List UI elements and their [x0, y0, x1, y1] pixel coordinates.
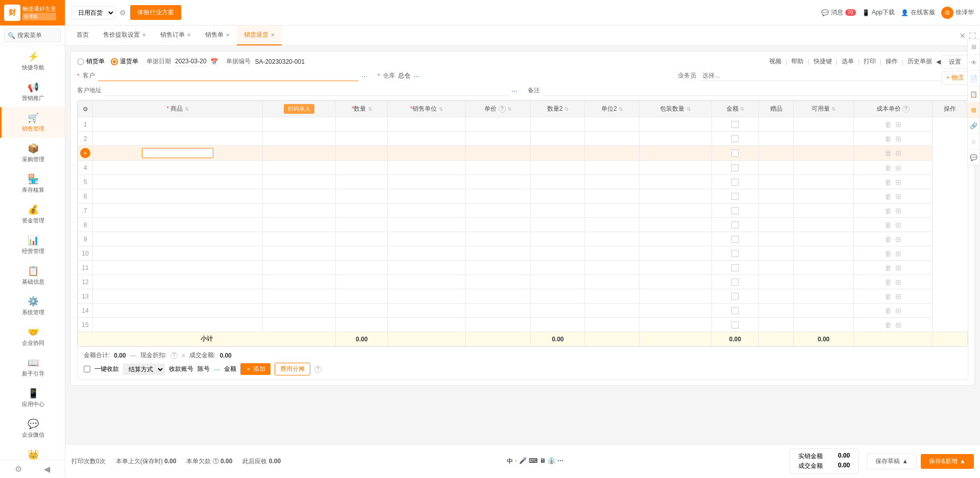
tab-sale-return[interactable]: 销货退货 ✕ — [237, 26, 282, 45]
product-cell-14[interactable] — [93, 304, 263, 318]
sidebar-item-purchase[interactable]: 📦 采购管理 — [0, 138, 65, 168]
add-logistics-btn[interactable]: + 物流 — [942, 71, 968, 85]
gift-checkbox-10[interactable] — [731, 250, 739, 257]
user-profile[interactable]: 徐 徐泽华 — [941, 7, 974, 19]
sort-qty2-icon[interactable]: ⇅ — [565, 106, 569, 112]
gift-checkbox-9[interactable] — [731, 236, 739, 243]
shortcut-btn[interactable]: 快捷键 — [814, 57, 832, 66]
shirt-icon[interactable]: 👔 — [548, 457, 555, 466]
add-row-btn-3[interactable]: + — [80, 148, 90, 158]
product-cell-1[interactable] — [93, 117, 263, 132]
delete-row-btn-10[interactable]: 🗑 — [885, 249, 892, 258]
remarks-input[interactable] — [543, 85, 968, 96]
gift-checkbox-1[interactable] — [731, 121, 739, 128]
copy-row-btn-9[interactable]: ⊞ — [895, 235, 901, 243]
copy-row-btn-6[interactable]: ⊞ — [895, 192, 901, 200]
right-edge-btn3[interactable]: 📄 — [968, 71, 979, 87]
sort-price-icon[interactable]: ⇅ — [507, 106, 511, 112]
radio-sale[interactable]: 销货单 — [77, 57, 105, 66]
delete-row-btn-11[interactable]: 🗑 — [885, 264, 892, 272]
customer-select-btn[interactable]: ··· — [361, 72, 368, 80]
input-zh-icon[interactable]: 中 — [507, 457, 513, 466]
delete-row-btn-12[interactable]: 🗑 — [885, 278, 892, 286]
online-service-btn[interactable]: 👤 在线客服 — [901, 8, 935, 17]
sidebar-item-wechat[interactable]: 💬 企业微信 — [0, 413, 65, 444]
sort-amount-icon[interactable]: ⇅ — [740, 106, 744, 112]
sidebar-item-sales[interactable]: 🛒 销售管理 — [0, 107, 65, 138]
tab-home[interactable]: 首页 — [69, 26, 96, 45]
gift-checkbox-12[interactable] — [731, 279, 739, 286]
delete-row-btn-7[interactable]: 🗑 — [885, 207, 892, 215]
screen-icon[interactable]: 🖥 — [540, 457, 546, 466]
product-cell-3[interactable] — [93, 146, 263, 161]
fee-info-icon[interactable]: ? — [314, 366, 322, 373]
product-cell-6[interactable] — [93, 189, 263, 204]
mic-icon[interactable]: 🎤 — [519, 457, 527, 466]
sidebar-item-inventory[interactable]: 🏪 库存核算 — [0, 168, 65, 199]
copy-row-btn-2[interactable]: ⊞ — [895, 135, 901, 143]
delete-row-btn-2[interactable]: 🗑 — [885, 135, 892, 143]
copy-row-btn-14[interactable]: ⊞ — [895, 307, 901, 315]
right-edge-btn6[interactable]: 🔗 — [968, 118, 979, 134]
gift-checkbox-6[interactable] — [731, 193, 739, 200]
product-cell-8[interactable] — [93, 218, 263, 232]
sort-product-icon[interactable]: ⇅ — [185, 106, 189, 112]
sidebar-item-member[interactable]: 👑 畅会员 — [0, 444, 65, 460]
sidebar-item-system[interactable]: ⚙️ 系统管理 — [0, 291, 65, 321]
tab-sale-out[interactable]: 销售单 ✕ — [198, 26, 237, 45]
delete-row-btn-3[interactable]: 🗑 — [885, 149, 892, 157]
right-edge-btn2[interactable]: 👁 — [968, 55, 979, 71]
product-cell-12[interactable] — [93, 275, 263, 289]
collapse-btn[interactable]: ◀ — [44, 464, 50, 474]
copy-row-btn-8[interactable]: ⊞ — [895, 221, 901, 229]
gift-checkbox-14[interactable] — [731, 307, 739, 314]
sidebar-item-guide[interactable]: 📖 新手引导 — [0, 352, 65, 383]
sort-avail-icon[interactable]: ⇅ — [831, 106, 836, 112]
tab-sale-price-close[interactable]: ✕ — [142, 32, 146, 38]
date-value[interactable]: 2023-03-20 — [173, 57, 208, 66]
product-cell-9[interactable] — [93, 232, 263, 246]
calendar-icon[interactable]: 📅 — [210, 58, 218, 65]
gift-checkbox-15[interactable] — [731, 321, 739, 329]
tab-sale-price[interactable]: 售价提取设置 ✕ — [96, 26, 153, 45]
product-cell-10[interactable] — [93, 246, 263, 261]
gift-checkbox-8[interactable] — [731, 221, 739, 229]
address-input[interactable] — [105, 85, 508, 96]
price-info-icon[interactable]: ? — [499, 106, 506, 113]
copy-row-btn-10[interactable]: ⊞ — [895, 249, 901, 258]
select-btn[interactable]: 选单 — [842, 57, 854, 66]
col-scan[interactable]: 扫码录入 — [262, 101, 336, 117]
copy-row-btn-11[interactable]: ⊞ — [895, 264, 901, 272]
delete-row-btn-9[interactable]: 🗑 — [885, 235, 892, 243]
industry-select[interactable]: 日用百货 — [71, 6, 115, 19]
delete-row-btn-5[interactable]: 🗑 — [885, 178, 892, 186]
sidebar-item-basic[interactable]: 📋 基础信息 — [0, 260, 65, 291]
delete-row-btn-14[interactable]: 🗑 — [885, 307, 892, 315]
tab-sale-return-close[interactable]: ✕ — [271, 32, 275, 38]
product-cell-4[interactable] — [93, 161, 263, 175]
delete-row-btn-8[interactable]: 🗑 — [885, 221, 892, 229]
settings-bottom-btn[interactable]: ⚙ — [15, 464, 22, 474]
gift-checkbox-5[interactable] — [731, 179, 739, 186]
calc-method-select[interactable]: 结算方式 — [123, 364, 165, 375]
fee-split-btn[interactable]: 费用分摊 — [275, 363, 310, 375]
right-edge-btn4[interactable]: 📋 — [968, 87, 979, 103]
settings-btn[interactable]: 设置 — [942, 55, 968, 69]
delete-row-btn-13[interactable]: 🗑 — [885, 292, 892, 300]
product-cell-5[interactable] — [93, 175, 263, 189]
sidebar-item-shortcut[interactable]: ⚡ 快捷导航 — [0, 46, 65, 77]
discount-info-icon[interactable]: ? — [170, 352, 178, 359]
more-tools-icon[interactable]: ⋯ — [557, 457, 564, 466]
gift-checkbox-3[interactable] — [731, 149, 739, 157]
app-download-btn[interactable]: 📱 App下载 — [862, 8, 895, 17]
copy-row-btn-7[interactable]: ⊞ — [895, 207, 901, 215]
salesperson-input[interactable] — [699, 70, 959, 81]
right-edge-btn8[interactable]: 💬 — [968, 150, 979, 165]
warehouse-select-btn[interactable]: ··· — [413, 72, 420, 80]
copy-row-btn-12[interactable]: ⊞ — [895, 278, 901, 286]
experience-btn[interactable]: 体验行业方案 — [130, 5, 181, 20]
product-cell-7[interactable] — [93, 204, 263, 218]
copy-row-btn-13[interactable]: ⊞ — [895, 292, 901, 300]
delete-row-btn-1[interactable]: 🗑 — [885, 120, 892, 129]
sidebar-item-app-center[interactable]: 📱 应用中心 — [0, 383, 65, 413]
